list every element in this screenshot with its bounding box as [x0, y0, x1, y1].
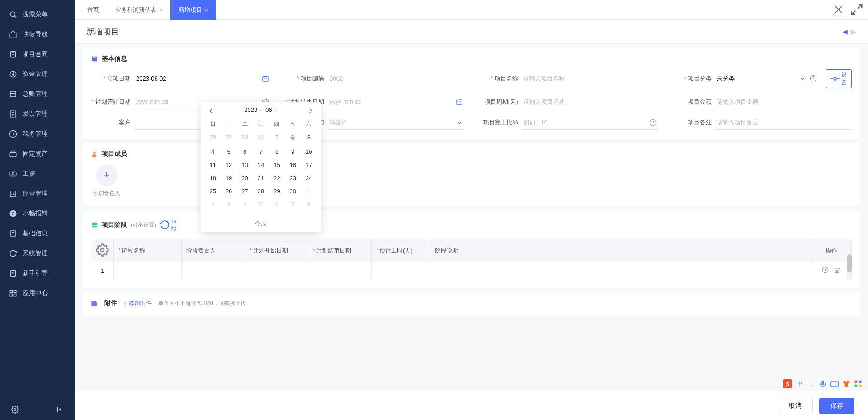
day-cell[interactable]: 23: [285, 172, 301, 185]
ime-s-icon[interactable]: S: [783, 379, 792, 388]
next-record-icon[interactable]: ▶: [851, 28, 856, 35]
day-cell[interactable]: 28: [253, 185, 269, 198]
day-cell[interactable]: 9: [285, 145, 301, 158]
ime-keyboard-icon[interactable]: [830, 379, 839, 388]
day-cell[interactable]: 15: [269, 158, 285, 172]
sidebar-item-10[interactable]: C小畅报销: [0, 204, 75, 224]
day-cell[interactable]: 16: [285, 158, 301, 172]
add-attachment-link[interactable]: + 添加附件: [123, 299, 152, 307]
day-cell[interactable]: 18: [205, 172, 221, 185]
day-cell[interactable]: 6: [237, 145, 253, 158]
day-cell[interactable]: 31: [253, 131, 269, 145]
day-cell[interactable]: 10: [301, 145, 317, 158]
project-name-input[interactable]: [522, 72, 658, 86]
day-cell[interactable]: 8: [269, 145, 285, 158]
day-cell[interactable]: 7: [285, 198, 301, 211]
day-cell[interactable]: 17: [301, 158, 317, 172]
settings-button[interactable]: 设置: [826, 69, 852, 88]
day-cell[interactable]: 30: [237, 131, 253, 145]
dept-select[interactable]: [328, 115, 464, 130]
close-icon[interactable]: ×: [159, 7, 162, 13]
day-cell[interactable]: 3: [301, 131, 317, 145]
tab-1[interactable]: 业务利润预估表×: [107, 0, 170, 20]
cell-start[interactable]: [245, 262, 308, 279]
estab-date-input[interactable]: [134, 72, 271, 86]
day-cell[interactable]: 27: [237, 185, 253, 198]
sidebar-item-3[interactable]: 资金管理: [0, 64, 75, 84]
complete-pct-input[interactable]: [522, 115, 658, 130]
ime-skin-icon[interactable]: [842, 379, 851, 388]
sidebar-item-5[interactable]: 发票管理: [0, 104, 75, 124]
day-cell[interactable]: 今: [285, 131, 301, 145]
close-all-icon[interactable]: [832, 3, 845, 16]
today-button[interactable]: 今天: [201, 215, 321, 232]
cell-owner[interactable]: [182, 262, 245, 279]
remark-input[interactable]: [715, 115, 852, 130]
day-cell[interactable]: 26: [221, 185, 236, 198]
tab-2[interactable]: 新增项目×: [170, 0, 216, 20]
ime-cn-icon[interactable]: 中: [795, 379, 804, 388]
save-button[interactable]: 保存: [819, 398, 854, 414]
sidebar-item-2[interactable]: 项目合同: [0, 44, 75, 64]
day-cell[interactable]: 22: [269, 172, 285, 185]
sidebar-item-4[interactable]: 总账管理: [0, 84, 75, 104]
cell-end[interactable]: [308, 262, 372, 279]
day-cell[interactable]: 1: [269, 131, 285, 145]
delete-row-icon[interactable]: [834, 267, 840, 273]
sidebar-item-11[interactable]: 基础信息: [0, 224, 75, 243]
calendar-icon[interactable]: [262, 75, 269, 82]
chevron-down-icon[interactable]: [456, 119, 463, 126]
col-gear[interactable]: [91, 239, 114, 262]
day-cell[interactable]: 20: [237, 172, 253, 185]
day-cell[interactable]: 29: [221, 131, 236, 145]
plan-end-input[interactable]: [328, 95, 464, 109]
help-icon[interactable]: [649, 119, 656, 126]
day-cell[interactable]: 25: [205, 185, 221, 198]
month-select[interactable]: 06: [265, 106, 277, 113]
sidebar-item-14[interactable]: 应用中心: [0, 283, 75, 303]
sidebar-item-9[interactable]: 经营管理: [0, 184, 75, 204]
add-member-button[interactable]: +: [96, 164, 118, 186]
day-cell[interactable]: 4: [205, 145, 221, 158]
chevron-down-icon[interactable]: [799, 75, 806, 82]
day-cell[interactable]: 6: [269, 198, 285, 211]
cell-desc[interactable]: [430, 262, 811, 279]
ime-punct-icon[interactable]: ，: [807, 379, 816, 388]
table-scrollbar[interactable]: [847, 254, 852, 279]
sidebar-item-6[interactable]: 税务管理: [0, 124, 75, 144]
day-cell[interactable]: 29: [269, 185, 285, 198]
close-icon[interactable]: ×: [205, 7, 208, 13]
sidebar-item-1[interactable]: 快捷导航: [0, 24, 75, 44]
sidebar-item-12[interactable]: 系统管理: [0, 243, 75, 263]
day-cell[interactable]: 7: [253, 145, 269, 158]
day-cell[interactable]: 11: [205, 158, 221, 172]
year-select[interactable]: 2023: [244, 106, 263, 113]
day-cell[interactable]: 28: [205, 131, 221, 145]
day-cell[interactable]: 8: [301, 198, 317, 211]
sidebar-item-7[interactable]: 固定资产: [0, 144, 75, 164]
day-cell[interactable]: 2: [205, 198, 221, 211]
day-cell[interactable]: 24: [301, 172, 317, 185]
cell-name[interactable]: [114, 262, 182, 279]
ime-grid-icon[interactable]: [854, 379, 863, 388]
add-row-icon[interactable]: [822, 267, 829, 273]
day-cell[interactable]: 21: [253, 172, 269, 185]
project-code-input[interactable]: [328, 72, 464, 86]
day-cell[interactable]: 13: [237, 158, 253, 172]
amount-input[interactable]: [715, 95, 852, 109]
collapse-icon[interactable]: [56, 406, 64, 414]
cell-hours[interactable]: [372, 262, 430, 279]
gear-icon[interactable]: [11, 406, 19, 414]
day-cell[interactable]: 5: [221, 145, 236, 158]
tab-0[interactable]: 首页: [79, 0, 107, 20]
clear-stages-link[interactable]: 清除: [160, 217, 178, 233]
period-input[interactable]: [522, 95, 658, 109]
day-cell[interactable]: 3: [221, 198, 236, 211]
day-cell[interactable]: 30: [285, 185, 301, 198]
ime-mic-icon[interactable]: [818, 379, 827, 388]
sidebar-item-0[interactable]: 搜索菜单: [0, 5, 75, 24]
prev-record-icon[interactable]: ◀: [843, 28, 848, 35]
help-icon[interactable]: [810, 75, 817, 83]
expand-icon[interactable]: [850, 3, 863, 16]
prev-month-icon[interactable]: [207, 106, 216, 115]
